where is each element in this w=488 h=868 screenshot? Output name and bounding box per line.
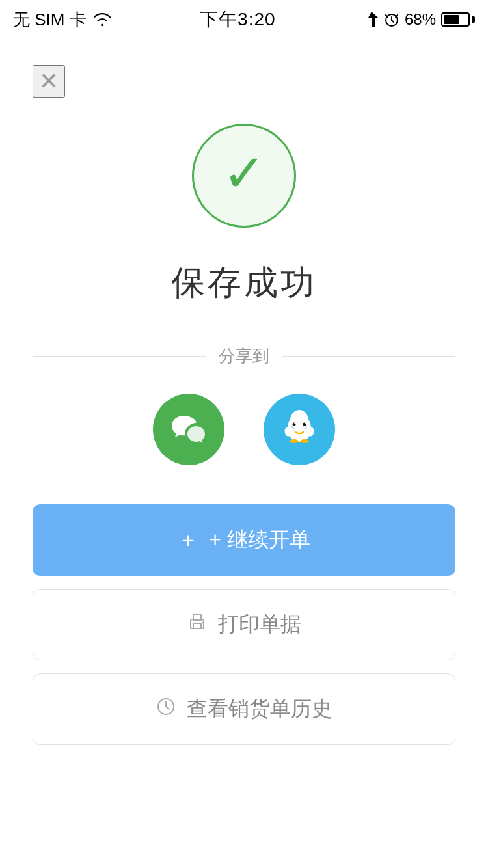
checkmark-icon: ✓: [223, 148, 266, 200]
qq-share-button[interactable]: [264, 394, 335, 465]
success-circle: ✓: [192, 124, 296, 228]
action-buttons: ＋ + 继续开单 打印单据 查看销货单历: [33, 504, 455, 745]
printer-icon: [187, 612, 208, 638]
clock-icon: [156, 696, 176, 722]
svg-point-9: [293, 423, 296, 426]
status-bar-right: 68%: [364, 10, 475, 29]
close-icon: ✕: [39, 70, 59, 93]
continue-button[interactable]: ＋ + 继续开单: [33, 504, 455, 576]
alarm-icon: [384, 12, 400, 27]
svg-rect-19: [193, 623, 201, 629]
status-bar: 无 SIM 卡 下午3:20 68%: [0, 0, 488, 39]
svg-point-12: [305, 423, 306, 424]
svg-point-15: [290, 439, 299, 443]
share-divider: 分享到: [33, 345, 455, 368]
success-title: 保存成功: [171, 260, 317, 306]
wechat-share-button[interactable]: [153, 394, 224, 465]
share-section: 分享到: [33, 345, 455, 465]
battery-percent: 68%: [405, 10, 436, 29]
svg-point-16: [300, 439, 309, 443]
continue-button-label: + 继续开单: [209, 526, 310, 554]
history-button[interactable]: 查看销货单历史: [33, 673, 455, 745]
share-icons-container: [33, 394, 455, 465]
divider-left: [33, 356, 206, 357]
battery-icon: [441, 12, 475, 27]
carrier-text: 无 SIM 卡: [13, 8, 87, 31]
history-button-label: 查看销货单历史: [187, 695, 332, 724]
qq-icon: [280, 409, 319, 450]
svg-point-11: [294, 423, 295, 424]
plus-icon: ＋: [178, 526, 198, 554]
svg-point-13: [298, 411, 301, 414]
print-button[interactable]: 打印单据: [33, 589, 455, 660]
wifi-icon: [93, 12, 111, 27]
share-label: 分享到: [206, 345, 282, 368]
location-icon: [364, 11, 379, 28]
status-bar-time: 下午3:20: [200, 7, 276, 32]
divider-right: [282, 356, 455, 357]
svg-point-20: [202, 622, 204, 624]
close-button[interactable]: ✕: [33, 65, 65, 98]
svg-point-10: [303, 423, 306, 426]
main-content: ✕ ✓ 保存成功 分享到: [0, 39, 488, 784]
wechat-icon: [168, 409, 210, 450]
status-bar-left: 无 SIM 卡: [13, 8, 111, 31]
print-button-label: 打印单据: [218, 610, 301, 639]
